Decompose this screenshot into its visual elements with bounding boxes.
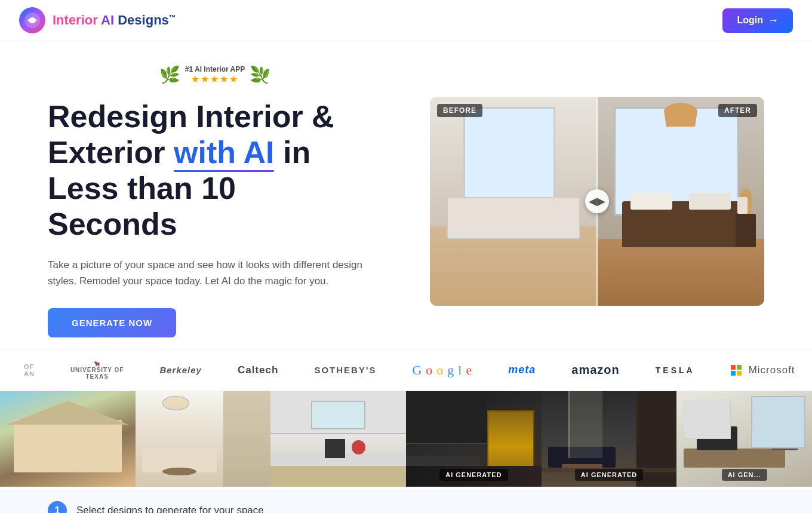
image-gallery: AI GENERATED AI GENERATED xyxy=(0,391,812,487)
step-section: 1 Select designs to generate for your sp… xyxy=(0,489,812,513)
logo-berkeley: Berkeley xyxy=(159,365,202,375)
svg-point-1 xyxy=(30,18,35,23)
award-title: #1 AI Interior APP xyxy=(185,65,245,73)
logos-strip: OFAN 🐂 UNIVERSITY OF TEXAS Berkeley Calt… xyxy=(0,349,812,391)
navbar-brand: Interior AI Designs™ xyxy=(19,7,176,33)
award-stars: ★★★★★ xyxy=(185,73,245,85)
before-image: BEFORE xyxy=(430,97,597,306)
navbar: Interior AI Designs™ Login → xyxy=(0,0,812,41)
brand-logo-icon xyxy=(19,7,45,33)
logo-sothebys: SOTHEBY'S xyxy=(314,365,376,375)
slider-handle[interactable]: ◀▶ xyxy=(585,189,609,213)
hero-left-content: 🌿 #1 AI Interior APP ★★★★★ 🌿 Redesign In… xyxy=(48,65,382,337)
hero-headline: Redesign Interior & Exterior with AI in … xyxy=(48,99,382,242)
ai-badge-modern-living: AI GENERATED xyxy=(575,469,643,481)
login-arrow-icon: → xyxy=(768,14,779,27)
hero-description: Take a picture of your space and see how… xyxy=(48,257,382,289)
gallery-item-living[interactable] xyxy=(136,391,271,487)
gallery-item-office[interactable]: AI GEN... xyxy=(676,391,812,487)
laurel-left-icon: 🌿 xyxy=(159,65,180,85)
with-ai-text: with AI xyxy=(174,135,275,170)
laurel-right-icon: 🌿 xyxy=(250,65,270,85)
after-label: AFTER xyxy=(718,104,757,117)
step-1-text: Select designs to generate for your spac… xyxy=(76,505,264,513)
logo-law: OFAN xyxy=(24,363,35,377)
logo-caltech: Caltech xyxy=(238,364,278,376)
logo-texas: 🐂 UNIVERSITY OF TEXAS xyxy=(70,361,124,380)
award-badge: 🌿 #1 AI Interior APP ★★★★★ 🌿 xyxy=(48,65,382,85)
gallery-item-modern-living[interactable]: AI GENERATED xyxy=(542,391,677,487)
after-image: AFTER xyxy=(597,97,764,306)
before-label: BEFORE xyxy=(437,104,482,117)
step-1-number: 1 xyxy=(48,501,67,513)
before-after-comparison[interactable]: BEFORE ◀▶ xyxy=(430,97,764,306)
generate-now-button[interactable]: GENERATE NOW xyxy=(48,308,176,337)
logo-tesla: TESLA xyxy=(656,365,695,375)
login-button[interactable]: Login → xyxy=(722,8,793,33)
gallery-item-kitchen[interactable] xyxy=(270,391,406,487)
brand-name-text: Interior AI Designs™ xyxy=(53,13,176,28)
ai-badge-dark-kitchen: AI GENERATED xyxy=(439,469,508,481)
logo-amazon: amazon xyxy=(571,363,619,377)
logos-track: OFAN 🐂 UNIVERSITY OF TEXAS Berkeley Calt… xyxy=(0,361,812,380)
logo-microsoft: Microsoft xyxy=(731,364,795,376)
gallery-item-exterior[interactable] xyxy=(0,391,136,487)
ai-badge-office: AI GEN... xyxy=(722,469,767,481)
hero-section: 🌿 #1 AI Interior APP ★★★★★ 🌿 Redesign In… xyxy=(0,41,812,349)
logo-meta: meta xyxy=(508,364,536,376)
logo-google: Google xyxy=(412,363,472,378)
gallery-item-dark-kitchen[interactable]: AI GENERATED xyxy=(406,391,542,487)
